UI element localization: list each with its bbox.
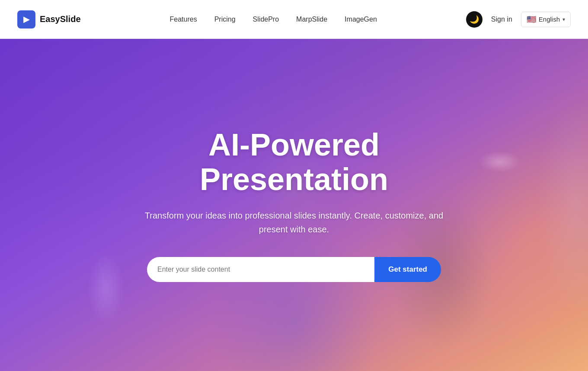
- logo-icon: ▶: [17, 10, 35, 29]
- nav-link-imagegen[interactable]: ImageGen: [345, 16, 377, 23]
- chevron-down-icon: ▾: [562, 16, 565, 22]
- navbar-right: 🌙 Sign in 🇺🇸 English ▾: [466, 11, 571, 28]
- logo-text: EasySlide: [40, 14, 81, 24]
- nav-link-features[interactable]: Features: [170, 16, 197, 23]
- language-selector[interactable]: 🇺🇸 English ▾: [521, 12, 571, 27]
- navbar: ▶ EasySlide Features Pricing SlidePro Ma…: [0, 0, 588, 39]
- flag-icon: 🇺🇸: [527, 15, 536, 24]
- moon-icon: 🌙: [470, 15, 479, 24]
- hero-title: AI-Powered Presentation: [130, 128, 458, 196]
- nav-link-slidepro[interactable]: SlidePro: [253, 16, 279, 23]
- hero-section: AI-Powered Presentation Transform your i…: [0, 39, 588, 371]
- hero-subtitle: Transform your ideas into professional s…: [130, 209, 458, 236]
- hero-content: AI-Powered Presentation Transform your i…: [121, 128, 467, 282]
- slide-content-input[interactable]: [147, 257, 374, 282]
- logo-symbol: ▶: [23, 15, 29, 24]
- sign-in-link[interactable]: Sign in: [491, 16, 512, 23]
- get-started-button[interactable]: Get started: [374, 257, 441, 282]
- hero-title-line2: Presentation: [200, 162, 388, 197]
- nav-link-marpslide[interactable]: MarpSlide: [296, 16, 327, 23]
- nav-link-pricing[interactable]: Pricing: [214, 16, 236, 23]
- language-label: English: [539, 16, 560, 23]
- hero-title-line1: AI-Powered: [208, 127, 380, 162]
- hero-input-row: Get started: [147, 257, 441, 282]
- dark-mode-button[interactable]: 🌙: [466, 11, 483, 28]
- logo-area: ▶ EasySlide: [17, 10, 81, 29]
- nav-links: Features Pricing SlidePro MarpSlide Imag…: [170, 16, 377, 23]
